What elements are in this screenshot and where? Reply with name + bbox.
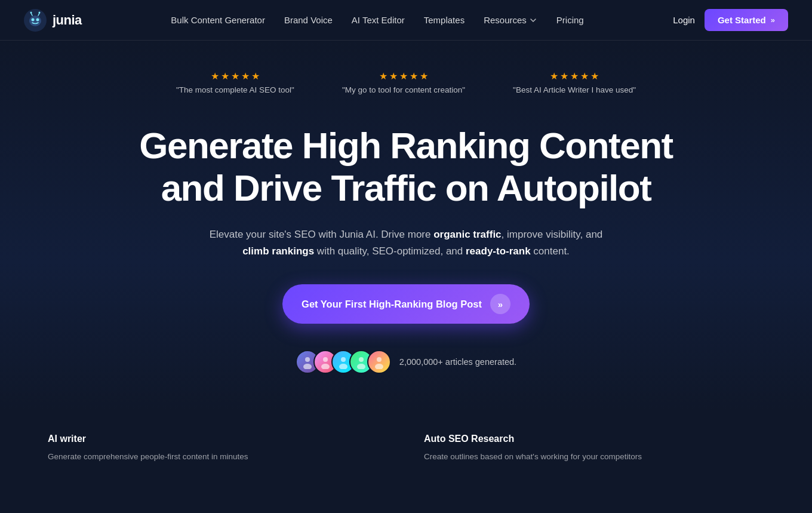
nav-ai-text-editor[interactable]: AI Text Editor [352,15,405,25]
nav-brand-voice[interactable]: Brand Voice [284,15,333,25]
svg-point-2 [32,18,35,21]
svg-point-3 [36,18,39,21]
double-chevron-icon: » [771,16,775,24]
avatar-face-4 [354,355,368,369]
star: ★ [389,70,398,82]
nav-resources[interactable]: Resources [484,15,537,25]
cta-arrow-icon: » [490,294,510,314]
star: ★ [231,70,239,82]
avatar-5 [367,350,391,374]
star: ★ [580,70,589,82]
hero-headline: Generate High Ranking Content and Drive … [139,124,672,210]
star: ★ [251,70,260,82]
svg-point-13 [339,364,347,369]
hero-section: ★ ★ ★ ★ ★ "The most complete AI SEO tool… [0,41,812,410]
svg-point-15 [357,364,365,369]
avatar-face-1 [300,355,315,369]
nav-pricing[interactable]: Pricing [556,15,584,25]
avatar-face-5 [372,355,386,369]
svg-point-16 [377,357,382,362]
feature-auto-seo: Auto SEO Research Create outlines based … [424,434,764,463]
avatar-face-3 [336,355,350,369]
nav-templates[interactable]: Templates [424,15,465,25]
nav-links: Bulk Content Generator Brand Voice AI Te… [171,15,583,26]
review-item-2: ★ ★ ★ ★ ★ "My go to tool for content cre… [342,70,465,94]
review-text-3: "Best AI Article Writer I have used" [513,85,636,94]
features-row: AI writer Generate comprehensive people-… [0,410,812,475]
star: ★ [420,70,428,82]
reviews-row: ★ ★ ★ ★ ★ "The most complete AI SEO tool… [137,70,675,94]
feature-ai-writer-desc: Generate comprehensive people-first cont… [48,450,388,463]
nav-bulk-content[interactable]: Bulk Content Generator [171,15,265,25]
star: ★ [221,70,229,82]
avatars-group [296,350,391,374]
nav-actions: Login Get Started » [673,9,788,31]
review-text-1: "The most complete AI SEO tool" [176,85,294,94]
review-text-2: "My go to tool for content creation" [342,85,465,94]
social-proof: 2,000,000+ articles generated. [296,350,516,374]
feature-ai-writer: AI writer Generate comprehensive people-… [48,434,388,463]
svg-point-5 [30,11,32,13]
star: ★ [590,70,599,82]
review-item-3: ★ ★ ★ ★ ★ "Best AI Article Writer I have… [513,70,636,94]
star: ★ [379,70,387,82]
navigation: junia Bulk Content Generator Brand Voice… [0,0,812,41]
logo-link[interactable]: junia [24,9,82,32]
hero-cta-button[interactable]: Get Your First High-Ranking Blog Post » [282,284,530,324]
avatar-face-2 [318,355,333,369]
logo-icon [24,9,47,32]
articles-count-text: 2,000,000+ articles generated. [399,357,516,367]
stars-3: ★ ★ ★ ★ ★ [550,70,599,82]
review-item-1: ★ ★ ★ ★ ★ "The most complete AI SEO tool… [176,70,294,94]
login-button[interactable]: Login [673,15,695,25]
star: ★ [211,70,219,82]
feature-auto-seo-title: Auto SEO Research [424,434,764,444]
svg-point-17 [375,364,383,369]
star: ★ [550,70,558,82]
svg-point-7 [39,11,41,13]
svg-point-8 [305,357,310,362]
star: ★ [560,70,568,82]
chevron-down-icon [529,16,537,24]
svg-point-12 [341,357,346,362]
feature-ai-writer-title: AI writer [48,434,388,444]
stars-2: ★ ★ ★ ★ ★ [379,70,428,82]
star: ★ [570,70,579,82]
svg-point-10 [323,357,328,362]
stars-1: ★ ★ ★ ★ ★ [211,70,260,82]
logo-text: junia [53,13,82,28]
svg-point-11 [321,364,330,369]
get-started-button[interactable]: Get Started » [705,9,788,31]
star: ★ [399,70,408,82]
svg-point-9 [303,364,312,369]
hero-subtext: Elevate your site's SEO with Junia AI. D… [203,226,609,261]
star: ★ [410,70,418,82]
star: ★ [241,70,250,82]
svg-point-14 [359,357,364,362]
feature-auto-seo-desc: Create outlines based on what's working … [424,450,764,463]
svg-point-1 [29,16,41,26]
